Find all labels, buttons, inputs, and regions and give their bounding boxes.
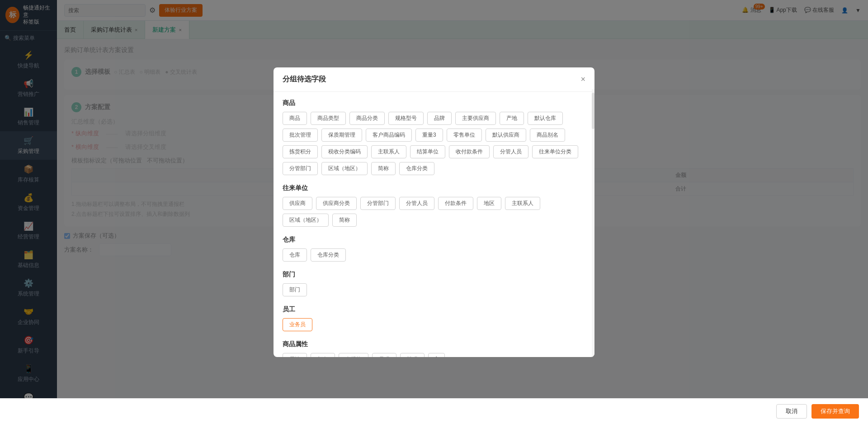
save-button[interactable]: 保存并查询 xyxy=(811,404,859,419)
field-tag-manager[interactable]: 分管人员 xyxy=(493,145,528,158)
modal-title: 分组待选字段 xyxy=(283,75,326,84)
section-partner: 往来单位 供应商 供应商分类 分管部门 分管人员 付款条件 地区 主联系人 区域… xyxy=(283,184,585,227)
modal-close-button[interactable]: × xyxy=(580,75,585,84)
field-tag-short-name[interactable]: 简称 xyxy=(371,162,396,175)
field-tag-goods[interactable]: 商品 xyxy=(283,112,307,125)
section-employee-title: 员工 xyxy=(283,305,585,314)
section-department: 部门 部门 xyxy=(283,271,585,296)
field-tag-one[interactable]: 1 xyxy=(428,353,445,357)
section-warehouse: 仓库 仓库 仓库分类 xyxy=(283,236,585,262)
section-warehouse-title: 仓库 xyxy=(283,236,585,244)
modal-body: 商品 商品 商品类型 商品分类 规格型号 品牌 主要供应商 产地 默认仓库 批次… xyxy=(274,92,594,357)
field-tag-batch-mgmt[interactable]: 批次管理 xyxy=(283,129,318,142)
field-tag-brand[interactable]: 品牌 xyxy=(427,112,452,125)
section-goods-attr-title: 商品属性 xyxy=(283,340,585,348)
field-tag-goods-alias[interactable]: 商品别名 xyxy=(530,129,565,142)
field-tag-payment-terms[interactable]: 收付款条件 xyxy=(449,145,490,158)
modal-footer: 取消 保存并查询 xyxy=(0,398,868,424)
field-grid-warehouse: 仓库 仓库分类 xyxy=(283,248,585,262)
field-tag-short-name2[interactable]: 简称 xyxy=(332,214,357,227)
field-grid-goods-attr: 属性 颜色 多规格 尺码 鞋码 1 xyxy=(283,353,585,357)
scrollbar-track xyxy=(592,89,594,357)
field-tag-quality-mgmt[interactable]: 保质期管理 xyxy=(321,129,362,142)
field-tag-source-unit[interactable]: 往来单位分类 xyxy=(532,145,578,158)
scrollbar-thumb[interactable] xyxy=(592,93,594,129)
field-tag-goods-type[interactable]: 商品类型 xyxy=(311,112,346,125)
field-tag-warehouse-category[interactable]: 仓库分类 xyxy=(399,162,434,175)
field-tag-main-supplier[interactable]: 主要供应商 xyxy=(455,112,496,125)
field-tag-default-warehouse[interactable]: 默认仓库 xyxy=(528,112,563,125)
field-grid-department: 部门 xyxy=(283,283,585,296)
modal-header: 分组待选字段 × xyxy=(274,67,594,92)
section-department-title: 部门 xyxy=(283,271,585,279)
field-tag-region[interactable]: 地区 xyxy=(477,197,501,210)
field-tag-multi-spec[interactable]: 多规格 xyxy=(339,353,368,357)
field-tag-manage-dept[interactable]: 分管部门 xyxy=(360,197,396,210)
section-partner-title: 往来单位 xyxy=(283,184,585,192)
field-tag-shoe-code[interactable]: 鞋码 xyxy=(400,353,425,357)
field-tag-origin[interactable]: 产地 xyxy=(500,112,524,125)
field-tag-customer-code[interactable]: 客户商品编码 xyxy=(366,129,412,142)
field-tag-salesperson[interactable]: 业务员 xyxy=(283,318,312,331)
field-tag-main-contact2[interactable]: 主联系人 xyxy=(505,197,540,210)
field-tag-region-area[interactable]: 区域（地区） xyxy=(321,162,368,175)
field-tag-manage-person[interactable]: 分管人员 xyxy=(399,197,434,210)
field-tag-weight3[interactable]: 重量3 xyxy=(415,129,443,142)
field-grid-partner: 供应商 供应商分类 分管部门 分管人员 付款条件 地区 主联系人 区域（地区） … xyxy=(283,197,585,227)
section-employee: 员工 业务员 xyxy=(283,305,585,331)
field-tag-default-supplier[interactable]: 默认供应商 xyxy=(486,129,526,142)
field-tag-main-contact[interactable]: 主联系人 xyxy=(371,145,406,158)
section-goods-title: 商品 xyxy=(283,99,585,107)
field-tag-color[interactable]: 颜色 xyxy=(311,353,335,357)
field-tag-payment-condition[interactable]: 付款条件 xyxy=(438,197,473,210)
section-goods-attr: 商品属性 属性 颜色 多规格 尺码 鞋码 1 xyxy=(283,340,585,357)
field-tag-attr[interactable]: 属性 xyxy=(283,353,307,357)
field-tag-region-area2[interactable]: 区域（地区） xyxy=(283,214,329,227)
field-tag-goods-category[interactable]: 商品分类 xyxy=(349,112,385,125)
field-tag-size[interactable]: 尺码 xyxy=(372,353,396,357)
modal: 分组待选字段 × 商品 商品 商品类型 商品分类 规格型号 品牌 主要供应商 产… xyxy=(274,67,594,357)
field-tag-settlement-unit[interactable]: 结算单位 xyxy=(410,145,445,158)
field-tag-wh[interactable]: 仓库 xyxy=(283,248,307,262)
cancel-button[interactable]: 取消 xyxy=(776,404,807,419)
field-tag-dept-manage[interactable]: 分管部门 xyxy=(283,162,318,175)
section-goods: 商品 商品 商品类型 商品分类 规格型号 品牌 主要供应商 产地 默认仓库 批次… xyxy=(283,99,585,175)
field-grid-goods: 商品 商品类型 商品分类 规格型号 品牌 主要供应商 产地 默认仓库 批次管理 … xyxy=(283,112,585,175)
field-tag-tax-code[interactable]: 税收分类编码 xyxy=(321,145,368,158)
field-tag-dept[interactable]: 部门 xyxy=(283,283,307,296)
field-grid-employee: 业务员 xyxy=(283,318,585,331)
field-tag-spec-type[interactable]: 规格型号 xyxy=(388,112,424,125)
field-tag-pick-points[interactable]: 拣货积分 xyxy=(283,145,318,158)
field-tag-wh-category[interactable]: 仓库分类 xyxy=(311,248,346,262)
field-tag-retail-unit[interactable]: 零售单位 xyxy=(447,129,482,142)
field-tag-supplier[interactable]: 供应商 xyxy=(283,197,312,210)
field-tag-supplier-category[interactable]: 供应商分类 xyxy=(316,197,357,210)
